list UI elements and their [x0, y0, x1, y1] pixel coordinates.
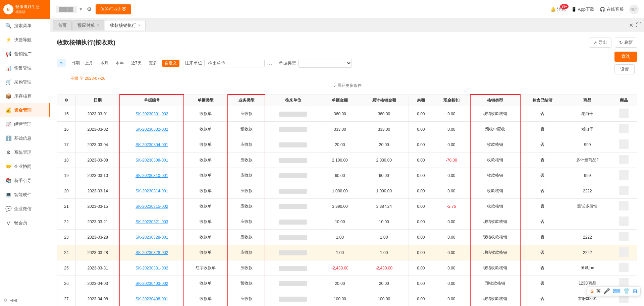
tab-2[interactable]: 收款核销执行×	[105, 20, 146, 30]
shirt-icon[interactable]: 👕	[623, 288, 630, 294]
sidebar-item-企业协同[interactable]: 🤝企业协同	[0, 160, 50, 174]
table-cell-0: 18	[57, 152, 76, 168]
table-cell-13	[611, 214, 637, 230]
headset-icon: 🎧	[600, 7, 605, 12]
table-row[interactable]: 182023-03-08SK-20230308-001收款单应收款██████2…	[57, 152, 637, 168]
sidebar-item-系统管理[interactable]: ⚙系统管理	[0, 145, 50, 160]
sidebar-item-库存核算[interactable]: 📦库存核算	[0, 89, 50, 103]
col-header-8: 余额	[409, 95, 433, 106]
app-download-button[interactable]: 📱 App下载	[571, 6, 594, 12]
service-button[interactable]: 🎧 在线客服	[600, 6, 624, 12]
tab-close-icon[interactable]: ×	[138, 23, 141, 28]
sidebar-item-企业微信[interactable]: 💬企业微信	[0, 202, 50, 216]
date-btn-本月[interactable]: 本月	[97, 59, 111, 67]
doc-link[interactable]: SK-20230331-002	[136, 266, 168, 270]
settings-bottom-icon[interactable]: ⚙	[3, 298, 7, 303]
table-cell-8: 0.00	[409, 106, 433, 122]
collapse-icon[interactable]: ◀◀	[10, 298, 17, 303]
table-row[interactable]: 232023-03-28SK-20230328-001收款单应收款██████1…	[57, 230, 637, 245]
table-row[interactable]: 152023-03-01SK-20230301-002收款单应收款██████3…	[57, 106, 637, 122]
doc-link[interactable]: SK-20230403-002	[136, 281, 168, 286]
export-icon: ↗	[593, 40, 597, 45]
mic-icon[interactable]: 🎤	[603, 288, 610, 294]
sidebar-item-新手引导[interactable]: 📚新手引导	[0, 174, 50, 188]
col-settings-icon[interactable]: ⚙	[64, 98, 68, 103]
table-cell-9: 0.00	[433, 260, 470, 276]
grid-icon[interactable]: ⊞	[633, 288, 637, 294]
maximize-tab-icon[interactable]: ⛶	[636, 22, 641, 28]
date-btn-近7天[interactable]: 近7天	[128, 59, 145, 67]
doc-link[interactable]: SK-20230301-002	[136, 112, 168, 116]
sidebar-item-销售管理[interactable]: 📊销售管理	[0, 61, 50, 75]
table-cell-13	[611, 106, 637, 122]
date-custom-button[interactable]: 自定义	[162, 60, 179, 67]
filter-toggle-button[interactable]: »	[57, 59, 66, 67]
topbar-gear-icon[interactable]: ⚙	[87, 6, 92, 12]
table-cell-8: 0.00	[409, 276, 433, 291]
workspace-selector[interactable]: █████ ▼	[56, 6, 83, 13]
sidebar-item-搜索菜单[interactable]: 🔍搜索菜单	[0, 19, 50, 33]
sidebar-item-快捷导航[interactable]: ⚡快捷导航	[0, 33, 50, 47]
table-cell-3: 收款单	[184, 106, 228, 122]
table-cell-8: 0.00	[409, 122, 433, 137]
table-cell-2: SK-20230302-002	[120, 122, 183, 137]
doc-link[interactable]: SK-20230321-003	[136, 220, 168, 224]
sidebar-item-智能硬件[interactable]: 💻智能硬件	[0, 188, 50, 202]
sidebar-item-营销推广[interactable]: 📢营销推广	[0, 47, 50, 61]
date-btn-本年[interactable]: 本年	[113, 59, 127, 67]
sidebar-item-畅会员[interactable]: V畅会员	[0, 216, 50, 230]
close-tab-icon[interactable]: ✕	[629, 22, 633, 28]
doctype-select[interactable]	[298, 59, 352, 68]
table-cell-4: 应收款	[228, 168, 265, 183]
filter-setting-button[interactable]: 设置	[614, 64, 635, 74]
doc-link[interactable]: SK-20230314-001	[136, 189, 168, 193]
table-row[interactable]: 252023-03-31SK-20230331-002红字收款单应收款█████…	[57, 260, 637, 276]
table-row[interactable]: 262023-04-03SK-20230403-002收款单预收款██████2…	[57, 276, 637, 291]
doc-link[interactable]: SK-20230302-002	[136, 127, 168, 132]
table-cell-0: 24	[57, 245, 76, 260]
date-btn-更多[interactable]: 更多	[146, 59, 160, 67]
table-row[interactable]: 192023-03-10SK-20230310-001收款单应收款██████6…	[57, 168, 637, 183]
table-cell-3: 收款单	[184, 245, 228, 260]
tab-close-icon[interactable]: ×	[97, 23, 99, 28]
table-row[interactable]: 162023-03-02SK-20230302-002收款单预收款██████3…	[57, 122, 637, 137]
doc-link[interactable]: SK-20230310-001	[136, 173, 168, 178]
doc-link[interactable]: SK-20230308-001	[136, 158, 168, 163]
doc-link[interactable]: SK-20230328-002	[136, 250, 168, 255]
tab-1[interactable]: 预应付单×	[72, 20, 104, 30]
table-row[interactable]: 222023-03-21SK-20230321-003收款单应收款██████1…	[57, 214, 637, 230]
sidebar-item-经营管理[interactable]: 📈经营管理	[0, 117, 50, 131]
workspace-name: █████	[56, 6, 77, 13]
table-cell-9: -2.76	[433, 199, 470, 214]
doc-link[interactable]: SK-20230315-002	[136, 204, 168, 209]
sidebar-item-资金管理[interactable]: 💰资金管理	[0, 103, 50, 117]
doc-link[interactable]: SK-20230328-001	[136, 235, 168, 240]
sidebar-item-基础信息[interactable]: ℹ️基础信息	[0, 131, 50, 145]
table-row[interactable]: 242023-03-28SK-20230328-002收款单应收款██████1…	[57, 245, 637, 260]
table-row[interactable]: 202023-03-14SK-20230314-001收款单应收款██████1…	[57, 183, 637, 199]
table-row[interactable]: 212023-03-15SK-20230315-002收款单应收款██████3…	[57, 199, 637, 214]
tab-0[interactable]: 首页	[53, 20, 72, 30]
table-cell-1: 2023-03-15	[75, 199, 120, 214]
refresh-button[interactable]: ↻ 刷新	[615, 38, 637, 48]
doc-link[interactable]: SK-20230408-001	[136, 297, 168, 301]
keyboard-icon[interactable]: ⌨	[613, 288, 621, 294]
notify-button[interactable]: 🔔 消息 99+	[550, 6, 566, 12]
user-avatar[interactable]: 用户	[629, 5, 639, 14]
expand-more-button[interactable]: ∨ 展开更多条件	[57, 81, 637, 90]
table-cell-9: 0.00	[433, 106, 470, 122]
export-button[interactable]: ↗ 导出	[589, 38, 611, 48]
solution-button[interactable]: 体验行业方案	[96, 4, 131, 14]
table-cell-2: SK-20230304-001	[120, 137, 183, 152]
sidebar-item-采购管理[interactable]: 🛒采购管理	[0, 75, 50, 89]
table-row[interactable]: 172023-03-04SK-20230304-001收款单应收款██████2…	[57, 137, 637, 152]
phone-icon: 📱	[571, 7, 577, 12]
table-cell-12: 2222	[564, 245, 611, 260]
doc-link[interactable]: SK-20230304-001	[136, 142, 168, 147]
partner-input[interactable]	[204, 59, 265, 67]
table-cell-13	[611, 230, 637, 245]
date-btn-上月[interactable]: 上月	[82, 59, 96, 67]
query-button[interactable]: 查询	[614, 52, 637, 62]
table-cell-6: -2,430.00	[321, 260, 359, 276]
table-row[interactable]: 272023-04-08SK-20230408-001收款单应收款██████1…	[57, 291, 637, 306]
